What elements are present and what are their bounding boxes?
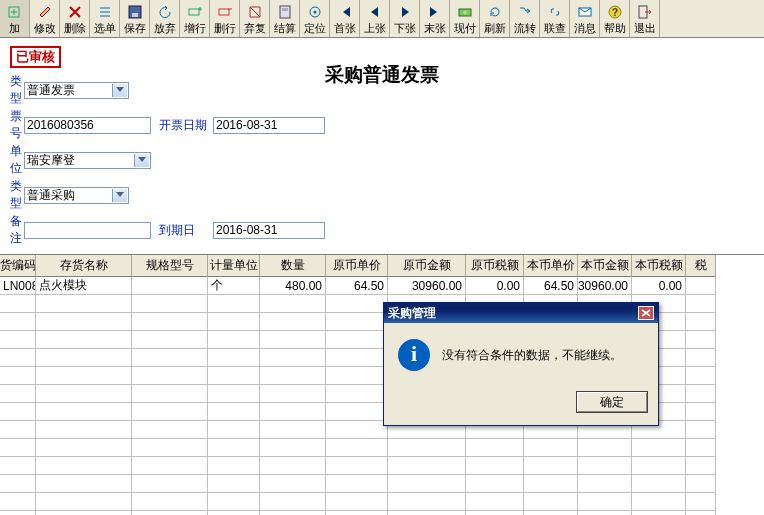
cell-oamt bbox=[388, 439, 466, 457]
table-row[interactable] bbox=[0, 457, 764, 475]
col-spec[interactable]: 规格型号 bbox=[132, 255, 208, 277]
close-icon[interactable] bbox=[638, 306, 654, 320]
cell-otax bbox=[466, 439, 524, 457]
col-code[interactable]: 货编码 bbox=[0, 255, 36, 277]
refresh-icon bbox=[487, 4, 503, 20]
toolbar-message[interactable]: 消息 bbox=[570, 0, 600, 37]
input-note[interactable] bbox=[24, 222, 151, 239]
cell-name bbox=[36, 439, 132, 457]
toolbar-cash[interactable]: 现付 bbox=[450, 0, 480, 37]
cell-oprice bbox=[326, 367, 388, 385]
toolbar-locate[interactable]: 定位 bbox=[300, 0, 330, 37]
input-date[interactable]: 2016-08-31 bbox=[213, 117, 325, 134]
row-minus-icon bbox=[217, 4, 233, 20]
toolbar-label: 增行 bbox=[184, 21, 206, 36]
cell-unit bbox=[208, 295, 260, 313]
cell-qty bbox=[260, 493, 326, 511]
cell-tax bbox=[686, 475, 716, 493]
toolbar-settle[interactable]: 结算 bbox=[270, 0, 300, 37]
cell-qty bbox=[260, 295, 326, 313]
col-qty[interactable]: 数量 bbox=[260, 255, 326, 277]
label-note: 备注 bbox=[0, 213, 24, 247]
table-row[interactable] bbox=[0, 475, 764, 493]
help-icon: ? bbox=[607, 4, 623, 20]
cell-tax bbox=[686, 511, 716, 515]
cell-otax bbox=[466, 493, 524, 511]
input-ptype[interactable]: 普通采购 bbox=[24, 187, 129, 204]
cell-lprice bbox=[524, 475, 578, 493]
svg-text:?: ? bbox=[611, 7, 617, 18]
cell-oamt bbox=[388, 511, 466, 515]
col-tax[interactable]: 税 bbox=[686, 255, 716, 277]
table-row[interactable] bbox=[0, 439, 764, 457]
toolbar-first[interactable]: 首张 bbox=[330, 0, 360, 37]
last-icon bbox=[427, 4, 443, 20]
x-icon bbox=[67, 4, 83, 20]
cell-code bbox=[0, 349, 36, 367]
target-icon bbox=[307, 4, 323, 20]
toolbar-label: 上张 bbox=[364, 21, 386, 36]
cell-oamt bbox=[388, 457, 466, 475]
form-area: 已审核 采购普通发票 类型 普通发票 票号 2016080356 开票日期 20… bbox=[0, 38, 764, 250]
toolbar-label: 定位 bbox=[304, 21, 326, 36]
svg-point-10 bbox=[463, 10, 467, 14]
toolbar-label: 选单 bbox=[94, 21, 116, 36]
toolbar-abandon[interactable]: 放弃 bbox=[150, 0, 180, 37]
cell-code bbox=[0, 439, 36, 457]
page-title: 采购普通发票 bbox=[325, 62, 439, 88]
input-due[interactable]: 2016-08-31 bbox=[213, 222, 325, 239]
col-lprice[interactable]: 本币单价 bbox=[524, 255, 578, 277]
cell-spec bbox=[132, 457, 208, 475]
cell-tax bbox=[686, 439, 716, 457]
toolbar-abandon2[interactable]: 弃复 bbox=[240, 0, 270, 37]
cell-unit bbox=[208, 421, 260, 439]
cell-unit bbox=[208, 475, 260, 493]
ok-button[interactable]: 确定 bbox=[576, 391, 648, 413]
cell-unit bbox=[208, 331, 260, 349]
cell-qty bbox=[260, 439, 326, 457]
col-ltax[interactable]: 本币税额 bbox=[632, 255, 686, 277]
cell-name bbox=[36, 295, 132, 313]
toolbar-next[interactable]: 下张 bbox=[390, 0, 420, 37]
cell-spec bbox=[132, 277, 208, 295]
input-unit[interactable]: 瑞安摩登 bbox=[24, 152, 151, 169]
cell-tax bbox=[686, 457, 716, 475]
input-type[interactable]: 普通发票 bbox=[24, 82, 129, 99]
toolbar-save[interactable]: 保存 bbox=[120, 0, 150, 37]
cell-lamt bbox=[578, 493, 632, 511]
toolbar-select[interactable]: 选单 bbox=[90, 0, 120, 37]
toolbar-delrow[interactable]: 删行 bbox=[210, 0, 240, 37]
cell-spec bbox=[132, 403, 208, 421]
toolbar-addrow[interactable]: 增行 bbox=[180, 0, 210, 37]
dialog-titlebar[interactable]: 采购管理 bbox=[384, 303, 658, 323]
toolbar-exit[interactable]: 退出 bbox=[630, 0, 660, 37]
cell-name: 点火模块 bbox=[36, 277, 132, 295]
toolbar-modify[interactable]: 修改 bbox=[30, 0, 60, 37]
col-lamt[interactable]: 本币金额 bbox=[578, 255, 632, 277]
value-type: 普通发票 bbox=[27, 83, 75, 98]
value-unit: 瑞安摩登 bbox=[27, 153, 75, 168]
toolbar-refresh[interactable]: 刷新 bbox=[480, 0, 510, 37]
toolbar-link[interactable]: 联查 bbox=[540, 0, 570, 37]
toolbar-help[interactable]: ?帮助 bbox=[600, 0, 630, 37]
col-name[interactable]: 存货名称 bbox=[36, 255, 132, 277]
input-no[interactable]: 2016080356 bbox=[24, 117, 151, 134]
cell-unit bbox=[208, 457, 260, 475]
col-oprice[interactable]: 原币单价 bbox=[326, 255, 388, 277]
col-unit[interactable]: 计量单位 bbox=[208, 255, 260, 277]
toolbar-last[interactable]: 末张 bbox=[420, 0, 450, 37]
col-otax[interactable]: 原币税额 bbox=[466, 255, 524, 277]
cell-tax bbox=[686, 313, 716, 331]
cell-oprice bbox=[326, 385, 388, 403]
table-row[interactable]: LN008点火模块个480.0064.5030960.000.0064.5030… bbox=[0, 277, 764, 295]
toolbar-add[interactable]: 加 bbox=[0, 0, 30, 37]
table-row[interactable] bbox=[0, 511, 764, 515]
col-oamt[interactable]: 原币金额 bbox=[388, 255, 466, 277]
svg-rect-5 bbox=[280, 6, 290, 18]
cell-oprice: 64.50 bbox=[326, 277, 388, 295]
table-row[interactable] bbox=[0, 493, 764, 511]
flow-icon bbox=[517, 4, 533, 20]
toolbar-flow[interactable]: 流转 bbox=[510, 0, 540, 37]
toolbar-prev[interactable]: 上张 bbox=[360, 0, 390, 37]
toolbar-delete[interactable]: 删除 bbox=[60, 0, 90, 37]
